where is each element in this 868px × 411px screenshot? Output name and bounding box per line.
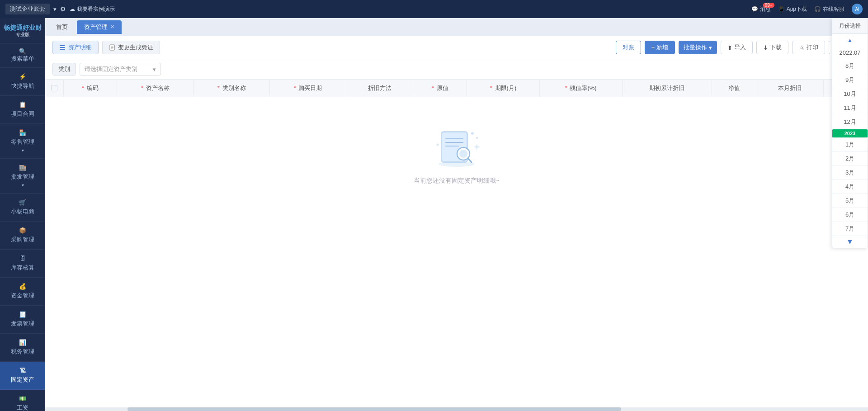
month-item-10[interactable]: 10月 [832,87,868,101]
sidebar-item-wholesale[interactable]: 🏬 批发管理 ▾ [0,159,45,194]
add-button[interactable]: + 新增 [645,41,675,54]
select-all-checkbox[interactable] [51,85,57,91]
col-checkbox [45,80,63,97]
col-monthly-depreciation: 本月折旧 [756,80,823,97]
sub-tab-asset-detail[interactable]: 资产明细 [52,41,99,54]
sidebar-search[interactable]: 🔍 搜索菜单 [0,43,45,68]
month-panel-nav: ▲ [832,34,868,47]
fixed-assets-icon: 🏗 [20,367,26,374]
col-name: * 资产名称 [117,80,193,97]
sidebar-item-retail[interactable]: 🏪 零售管理 ▾ [0,124,45,159]
svg-line-15 [468,158,472,162]
tab-home[interactable]: 首页 [49,20,75,34]
month-item-12[interactable]: 12月 [832,115,868,129]
retail-icon: 🏪 [19,129,26,136]
col-code: * 编码 [63,80,117,97]
avatar[interactable]: Ai [852,4,863,14]
empty-state: 当前您还没有固定资产明细哦~ [45,97,868,212]
top-bar: 测试企业账套 ▾ ⚙ ☁ 我要看实例演示 💬 消息 99+ 📱 App下载 🎧 … [0,0,868,18]
empty-illustration [429,124,484,170]
month-item-2023-6[interactable]: 6月 [832,208,868,222]
month-item-2023-3[interactable]: 3月 [832,166,868,180]
download-button[interactable]: ⬇ 下载 [756,41,788,54]
sub-tab-change-voucher[interactable]: 变更生成凭证 [102,41,160,54]
print-button[interactable]: 🖨 打印 [792,41,825,54]
message-button[interactable]: 💬 消息 99+ [751,5,771,13]
month-item-11[interactable]: 11月 [832,101,868,115]
col-residual-rate: * 残值率(%) [539,80,622,97]
sidebar-item-invoice[interactable]: 🧾 发票管理 [0,306,45,334]
tab-asset-mgmt[interactable]: 资产管理 ✕ [77,20,122,34]
import-button[interactable]: ⬆ 导入 [721,41,753,54]
sidebar: 畅捷通好业财 专业版 🔍 搜索菜单 ⚡ 快捷导航 📋 项目合同 🏪 零售管理 ▾… [0,18,45,411]
svg-rect-1 [60,47,65,48]
month-item-2023-7[interactable]: 7月 [832,222,868,236]
list-icon [59,44,66,51]
app-container: 畅捷通好业财 专业版 🔍 搜索菜单 ⚡ 快捷导航 📋 项目合同 🏪 零售管理 ▾… [0,18,868,411]
sidebar-item-project[interactable]: 📋 项目合同 [0,96,45,124]
col-purchase-date: * 购买日期 [270,80,346,97]
svg-point-14 [459,150,467,158]
sidebar-item-ecommerce[interactable]: 🛒 小畅电商 [0,194,45,222]
month-item-8[interactable]: 8月 [832,59,868,73]
scrollbar-thumb[interactable] [127,407,621,411]
sidebar-item-inventory[interactable]: 🗄 库存核算 [0,250,45,278]
salary-icon: 💵 [19,395,26,402]
batch-operation-button[interactable]: 批量操作 ▾ [679,41,717,54]
month-item-2023-4[interactable]: 4月 [832,180,868,194]
reconcile-button[interactable]: 对账 [616,41,641,54]
company-dropdown-icon[interactable]: ▾ [53,6,57,13]
message-badge: 99+ [763,3,774,8]
svg-point-16 [471,132,474,135]
month-item-2023-5[interactable]: 5月 [832,194,868,208]
horizontal-scrollbar[interactable] [45,407,868,411]
batch-dropdown-icon: ▾ [709,44,712,51]
month-item-9[interactable]: 9月 [832,73,868,87]
filter-row: 类别 请选择固定资产类别 ▾ [45,59,868,80]
col-original-value: * 原值 [413,80,467,97]
page-content: 资产明细 变更生成凭证 对账 + 新增 [45,36,868,411]
month-item-2023-2[interactable]: 2月 [832,152,868,166]
gear-icon[interactable]: ⚙ [60,5,66,13]
import-icon: ⬆ [727,44,732,51]
download-icon: ⬇ [763,44,768,51]
month-item-2023-1[interactable]: 1月 [832,138,868,152]
col-accumulated-depreciation: 期初累计折旧 [622,80,712,97]
month-item-current[interactable]: 2022.07 [832,47,868,59]
company-name[interactable]: 测试企业账套 [5,4,50,14]
nav-tabs: 首页 资产管理 ✕ [45,18,868,36]
month-next-button[interactable]: ▼ [846,238,854,246]
app-download-button[interactable]: 📱 App下载 [778,5,807,13]
sidebar-item-salary[interactable]: 💵 工资 [0,390,45,411]
purchase-icon: 📦 [19,227,26,234]
sidebar-item-fixed-assets[interactable]: 🏗 固定资产 [0,362,45,390]
project-icon: 📋 [19,101,26,108]
sidebar-item-tax[interactable]: 📊 税务管理 [0,334,45,362]
inventory-icon: 🗄 [20,255,26,262]
app-subtitle: 专业版 [4,32,42,38]
month-panel-header: 月份选择 [832,19,868,34]
wholesale-expand-icon: ▾ [22,183,24,188]
quick-nav-icon: ⚡ [19,73,26,80]
empty-text: 当前您还没有固定资产明细哦~ [414,177,500,185]
print-icon: 🖨 [799,44,805,51]
month-prev-button[interactable]: ▲ [845,36,854,45]
category-filter-select[interactable]: 请选择固定资产类别 ▾ [80,63,161,76]
main-content: 首页 资产管理 ✕ 资产明细 [45,18,868,411]
capital-icon: 💰 [19,283,26,290]
col-depreciation-method: 折旧方法 [346,80,413,97]
sidebar-item-capital[interactable]: 💰 资金管理 [0,278,45,306]
sidebar-item-purchase[interactable]: 📦 采购管理 [0,222,45,250]
category-filter-label: 类别 [52,63,76,76]
doc-icon [109,44,115,51]
sidebar-item-quick-nav[interactable]: ⚡ 快捷导航 [0,68,45,96]
tab-close-icon[interactable]: ✕ [110,24,114,30]
search-icon: 🔍 [19,48,26,55]
select-dropdown-icon: ▾ [153,66,156,73]
col-net-value: 净值 [712,80,756,97]
sidebar-logo: 畅捷通好业财 专业版 [0,18,45,43]
online-service-button[interactable]: 🎧 在线客服 [814,5,844,13]
demo-link[interactable]: ☁ 我要看实例演示 [70,5,115,13]
tax-icon: 📊 [19,339,26,346]
col-category: * 类别名称 [193,80,270,97]
